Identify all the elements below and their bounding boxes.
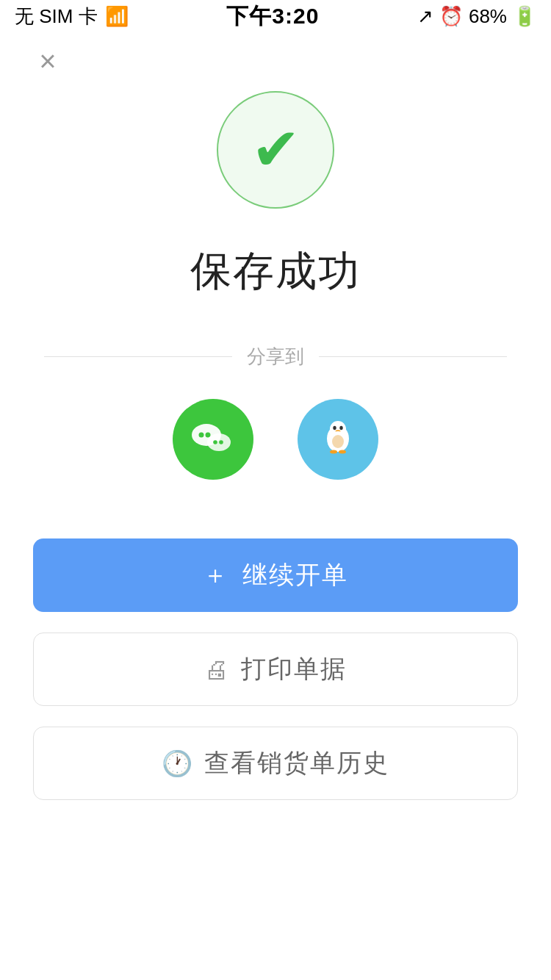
divider-line-left: [44, 356, 232, 357]
print-icon: 🖨: [204, 655, 231, 684]
close-button[interactable]: ×: [29, 43, 66, 79]
divider-line-right: [319, 356, 507, 357]
history-button[interactable]: 🕐 查看销货单历史: [33, 727, 518, 800]
share-label: 分享到: [247, 344, 304, 370]
svg-point-3: [207, 433, 231, 451]
location-icon: ↗: [417, 5, 433, 28]
continue-order-label: 继续开单: [242, 558, 348, 592]
main-content: ✔ 保存成功 分享到: [0, 32, 551, 800]
wechat-icon: [188, 414, 238, 464]
action-buttons: ＋ 继续开单 🖨 打印单据 🕐 查看销货单历史: [0, 538, 551, 800]
close-icon: ×: [39, 46, 56, 76]
success-circle: ✔: [217, 91, 334, 209]
battery-icon: 🔋: [513, 5, 536, 28]
print-button[interactable]: 🖨 打印单据: [33, 633, 518, 706]
checkmark-icon: ✔: [251, 120, 300, 179]
share-divider: 分享到: [0, 344, 551, 370]
wifi-icon: 📶: [105, 5, 129, 28]
svg-point-14: [332, 435, 344, 448]
alarm-icon: ⏰: [439, 5, 463, 28]
history-label: 查看销货单历史: [204, 746, 389, 780]
clock-icon: 🕐: [162, 749, 194, 778]
battery-label: 68%: [469, 5, 507, 28]
status-left: 无 SIM 卡 📶: [15, 4, 129, 29]
share-icons-row: [173, 399, 378, 480]
svg-point-2: [206, 433, 211, 438]
continue-order-button[interactable]: ＋ 继续开单: [33, 538, 518, 612]
svg-point-5: [219, 440, 223, 444]
plus-icon: ＋: [203, 558, 229, 592]
status-right: ↗ ⏰ 68% 🔋: [417, 5, 536, 28]
status-time: 下午3:20: [226, 1, 319, 32]
qq-icon: [315, 417, 361, 462]
success-title: 保存成功: [190, 244, 361, 300]
qq-share-button[interactable]: [298, 399, 378, 480]
wechat-share-button[interactable]: [173, 399, 253, 480]
svg-point-13: [339, 450, 346, 454]
svg-point-9: [339, 426, 342, 430]
no-sim-label: 无 SIM 卡: [15, 4, 98, 29]
status-bar: 无 SIM 卡 📶 下午3:20 ↗ ⏰ 68% 🔋: [0, 0, 551, 32]
svg-point-12: [330, 450, 337, 454]
svg-point-4: [213, 440, 217, 444]
svg-point-8: [333, 426, 336, 430]
print-label: 打印单据: [241, 652, 347, 686]
svg-point-1: [199, 433, 204, 438]
